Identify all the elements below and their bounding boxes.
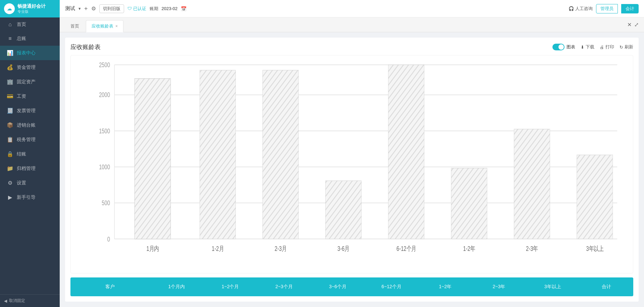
refresh-button[interactable]: ↻ 刷新 [620, 44, 633, 50]
period-label: 账期 [150, 6, 158, 12]
bar-chart: 0 500 1000 1500 2000 2500 [88, 59, 626, 263]
report-actions: 图表 ⬇ 下载 🖨 打印 ↻ 刷新 [552, 44, 633, 50]
sidebar-item-label-payroll: 工资 [17, 93, 26, 99]
admin-button[interactable]: 管理员 [596, 4, 618, 13]
sidebar-item-icon-closing: 🔒 [7, 151, 13, 157]
sidebar-item-label-home: 首页 [17, 21, 26, 28]
sidebar-item-icon-tax: 📋 [7, 136, 13, 143]
calendar-icon[interactable]: 📅 [181, 6, 186, 11]
add-company-button[interactable]: + [84, 6, 88, 12]
sidebar-item-assets[interactable]: 🏢 固定资产 [0, 75, 60, 89]
svg-text:500: 500 [102, 199, 110, 207]
toggle-knob [558, 44, 564, 50]
sidebar-item-icon-payroll: 💳 [7, 93, 13, 99]
tab-close-aging[interactable]: × [115, 24, 118, 29]
svg-text:1-2年: 1-2年 [463, 245, 475, 253]
sidebar-item-label-funds: 资金管理 [17, 64, 36, 71]
sidebar-item-invoices[interactable]: 🧾 发票管理 [0, 103, 60, 118]
svg-text:2000: 2000 [99, 91, 110, 99]
svg-text:3-6月: 3-6月 [337, 245, 350, 253]
sidebar-item-home[interactable]: ⌂ 首页 [0, 17, 60, 32]
topbar: 测试 ▾ + ⚙ 切到旧版 🛡 已认证 账期 2023-02 📅 🎧 人工咨询 … [60, 0, 644, 17]
chart-toggle[interactable]: 图表 [552, 44, 575, 50]
consult-label: 人工咨询 [575, 6, 593, 12]
svg-text:2-3月: 2-3月 [275, 245, 287, 253]
table-header-cell-2: 1~2个月 [203, 281, 257, 293]
svg-rect-19 [451, 168, 487, 239]
tabbar: 首页应收账龄表× ✕ ⤢ [60, 17, 644, 32]
company-dropdown[interactable]: ▾ [78, 6, 81, 11]
certified-icon: 🛡 [127, 6, 132, 11]
sidebar-item-icon-funds: 💰 [7, 64, 13, 71]
download-label: 下载 [586, 44, 594, 50]
consult-button[interactable]: 🎧 人工咨询 [569, 6, 593, 12]
svg-text:1000: 1000 [99, 163, 110, 171]
sidebar-item-label-settings: 设置 [17, 180, 26, 186]
svg-text:6-12个月: 6-12个月 [396, 245, 416, 253]
table-header-cell-6: 1~2年 [418, 281, 472, 293]
sidebar-item-icon-inventory: 📦 [7, 122, 13, 128]
sidebar-item-guide[interactable]: ▶ 新手引导 [0, 190, 60, 205]
period-value: 2023-02 [162, 6, 178, 11]
sidebar-item-inventory[interactable]: 📦 进销台账 [0, 118, 60, 132]
toggle-switch[interactable] [552, 44, 565, 50]
svg-text:1500: 1500 [99, 127, 110, 135]
logo-text: 畅捷通好会计 专业版 [17, 3, 46, 14]
svg-rect-14 [135, 79, 171, 239]
expand-button[interactable]: ⤢ [634, 21, 639, 28]
svg-rect-21 [577, 155, 613, 239]
table-header-cell-9: 合计 [580, 281, 633, 293]
chart-area: 0 500 1000 1500 2000 2500 [70, 55, 633, 273]
sidebar-item-label-invoices: 发票管理 [17, 108, 36, 114]
chart-toggle-label: 图表 [567, 44, 575, 50]
sidebar-item-icon-settings: ⚙ [7, 180, 13, 186]
sidebar-item-icon-assets: 🏢 [7, 79, 13, 85]
table-header-cell-0: 客户 [70, 281, 150, 293]
role-button[interactable]: 会计 [621, 4, 639, 13]
content-area: 应收账龄表 图表 ⬇ 下载 🖨 打印 [60, 32, 644, 307]
download-button[interactable]: ⬇ 下载 [581, 44, 594, 50]
table-header-cell-4: 3~6个月 [311, 281, 365, 293]
sidebar-item-tax[interactable]: 📋 税务管理 [0, 132, 60, 147]
sidebar-item-closing[interactable]: 🔒 结账 [0, 147, 60, 161]
refresh-icon: ↻ [620, 45, 623, 50]
print-icon: 🖨 [600, 45, 604, 50]
svg-rect-20 [514, 129, 550, 239]
print-button[interactable]: 🖨 打印 [600, 44, 614, 50]
tabbar-right: ✕ ⤢ [627, 21, 639, 28]
certified-label: 已认证 [133, 6, 146, 12]
tab-aging[interactable]: 应收账龄表× [86, 20, 123, 32]
company-settings-icon[interactable]: ⚙ [91, 5, 96, 12]
tab-label-aging: 应收账龄表 [92, 23, 113, 29]
svg-text:0: 0 [107, 235, 110, 243]
company-name: 测试 [65, 5, 75, 12]
svg-rect-15 [200, 70, 236, 239]
unpin-button[interactable]: ◀ 取消固定 [0, 294, 60, 307]
sidebar-item-settings[interactable]: ⚙ 设置 [0, 176, 60, 190]
sidebar-item-label-closing: 结账 [17, 151, 26, 157]
sidebar-item-funds[interactable]: 💰 资金管理 [0, 60, 60, 75]
sidebar-item-label-inventory: 进销台账 [17, 122, 36, 128]
switch-old-version-button[interactable]: 切到旧版 [99, 4, 124, 13]
tab-label-home: 首页 [70, 23, 79, 29]
svg-text:1-2月: 1-2月 [212, 245, 224, 253]
sidebar-item-label-archive: 归档管理 [17, 166, 36, 172]
report-panel: 应收账龄表 图表 ⬇ 下载 🖨 打印 [65, 38, 639, 302]
sidebar-logo: ☁ 畅捷通好会计 专业版 [0, 0, 60, 17]
sidebar-item-ledger[interactable]: ≡ 总账 [0, 32, 60, 46]
refresh-label: 刷新 [625, 44, 633, 50]
sidebar-item-payroll[interactable]: 💳 工资 [0, 89, 60, 103]
tab-home[interactable]: 首页 [65, 20, 85, 32]
logo-icon: ☁ [4, 3, 15, 14]
sidebar-item-archive[interactable]: 📁 归档管理 [0, 161, 60, 176]
sidebar-nav: ⌂ 首页 ≡ 总账 📊 报表中心 💰 资金管理 🏢 固定资产 💳 工资 🧾 发票… [0, 17, 60, 294]
table-header-cell-1: 1个月内 [150, 281, 203, 293]
consult-icon: 🎧 [569, 6, 574, 11]
sidebar-item-label-assets: 固定资产 [17, 79, 36, 85]
sidebar-item-label-reports: 报表中心 [17, 50, 36, 56]
svg-text:2500: 2500 [99, 61, 110, 69]
sidebar-item-reports[interactable]: 📊 报表中心 [0, 46, 60, 60]
print-label: 打印 [605, 44, 614, 50]
table-header-cell-8: 3年以上 [526, 281, 580, 293]
close-tab-button[interactable]: ✕ [627, 21, 632, 28]
